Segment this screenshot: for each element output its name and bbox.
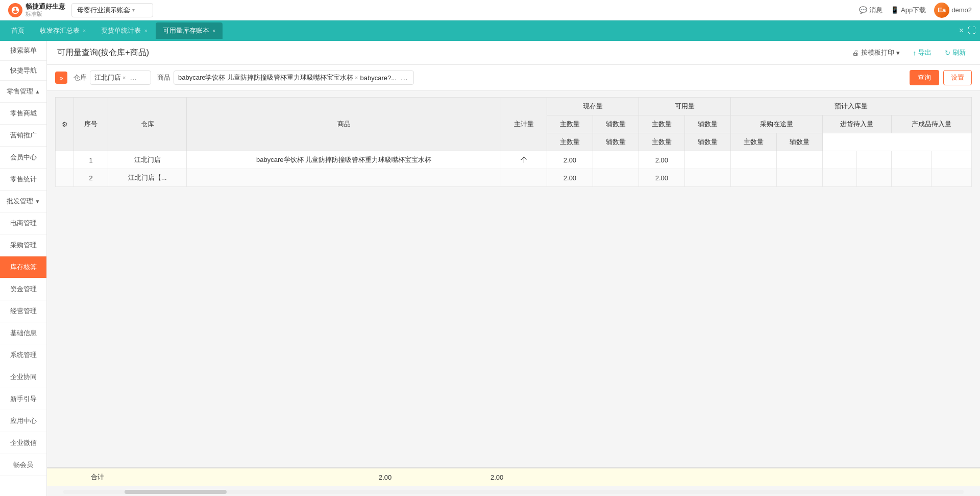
product-more-button[interactable]: ... — [399, 73, 409, 82]
sidebar-item-retail-stats[interactable]: 零售统计 — [0, 169, 46, 191]
tab-receive[interactable]: 收发存汇总表 × — [33, 22, 93, 39]
product-tag-2: babycare?... — [360, 74, 397, 82]
sidebar-item-operations[interactable]: 经营管理 — [0, 300, 46, 322]
tab-actions: × ⛶ — [959, 26, 976, 35]
th-avail-aux: 辅数量 — [684, 115, 730, 133]
th-product: 商品 — [187, 98, 501, 151]
refresh-button[interactable]: ↻ 刷新 — [941, 46, 970, 59]
th-forecast: 预计入库量 — [730, 98, 971, 115]
app-download-button[interactable]: 📱 App下载 — [891, 6, 926, 15]
footer-stock-aux — [413, 468, 469, 486]
sidebar-item-purchase[interactable]: 采购管理 — [0, 234, 46, 256]
print-button[interactable]: 🖨 按模板打印 ▾ — [848, 46, 904, 59]
row-stock-aux — [593, 151, 639, 169]
fullscreen-button[interactable]: ⛶ — [968, 26, 976, 35]
export-button[interactable]: ↑ 导出 — [909, 46, 936, 59]
row-warehouse: 江北门店 — [108, 151, 187, 169]
row-purchase-main-2 — [730, 169, 776, 187]
footer-incoming-aux — [772, 468, 836, 486]
page-title: 可用量查询(按仓库+商品) — [57, 48, 149, 58]
sidebar-nav[interactable]: 快捷导航 — [0, 61, 46, 81]
warehouse-tag-remove[interactable]: × — [122, 75, 126, 81]
sidebar-item-enterprise-collab[interactable]: 企业协同 — [0, 366, 46, 388]
th-settings[interactable]: ⚙ — [56, 98, 74, 151]
row-product-aux — [932, 151, 972, 169]
row-avail-main-2: 2.00 — [639, 169, 684, 187]
row-product-aux-2 — [932, 169, 972, 187]
tab-close-receive[interactable]: × — [83, 28, 86, 34]
message-button[interactable]: 💬 消息 — [859, 6, 883, 15]
row-stock-main-2: 2.00 — [547, 169, 593, 187]
footer-purchase-main — [581, 468, 645, 486]
product-tag-1: babycare学饮杯 儿童防摔防撞吸管杯重力球吸嘴杯宝宝水杯 × — [178, 73, 358, 82]
row-stock-main: 2.00 — [547, 151, 593, 169]
sidebar-item-vip[interactable]: 畅会员 — [0, 454, 46, 476]
row-unit-2 — [501, 169, 547, 187]
filter-expand-button[interactable]: » — [55, 72, 67, 84]
product-filter: 商品 babycare学饮杯 儿童防摔防撞吸管杯重力球吸嘴杯宝宝水杯 × bab… — [157, 70, 414, 85]
product-input[interactable]: babycare学饮杯 儿童防摔防撞吸管杯重力球吸嘴杯宝宝水杯 × babyca… — [174, 70, 414, 85]
scrollbar-thumb[interactable] — [125, 490, 227, 494]
row-warehouse-2: 江北门店【... — [108, 169, 187, 187]
sidebar-item-enterprise-wechat[interactable]: 企业微信 — [0, 432, 46, 454]
footer-purchase-aux — [645, 468, 708, 486]
tab-home[interactable]: 首页 — [4, 22, 32, 39]
footer-stock-main: 2.00 — [357, 468, 413, 486]
row-purchase-main — [730, 151, 776, 169]
arrow-up-icon: ▲ — [35, 89, 40, 95]
horizontal-scrollbar[interactable] — [63, 490, 964, 494]
sidebar-item-ecommerce[interactable]: 电商管理 — [0, 212, 46, 234]
tab-order[interactable]: 要货单统计表 × — [94, 22, 154, 39]
footer-unit-cell — [309, 468, 357, 486]
data-table: ⚙ 序号 仓库 商品 主计量 现存量 可用量 预计入库量 主数量 辅数量 主数量… — [55, 97, 972, 187]
warehouse-more-button[interactable]: ... — [128, 73, 138, 82]
th-unit: 主计量 — [501, 98, 547, 151]
sidebar-item-app-center[interactable]: 应用中心 — [0, 410, 46, 432]
th-stock-main: 主数量 — [547, 115, 593, 133]
sidebar-item-member[interactable]: 会员中心 — [0, 147, 46, 169]
row-num-2: 2 — [74, 169, 108, 187]
footer-num-cell — [65, 468, 86, 486]
tab-inventory[interactable]: 可用量库存账本 × — [156, 22, 223, 39]
sidebar-item-retail-mgmt[interactable]: 零售管理 ▲ — [0, 81, 46, 103]
row-settings-2[interactable] — [56, 169, 74, 187]
warehouse-input[interactable]: 江北门店 × ... — [90, 70, 151, 85]
tab-close-inventory[interactable]: × — [212, 28, 215, 34]
th-num: 序号 — [74, 98, 108, 151]
sidebar-item-marketing[interactable]: 营销推广 — [0, 125, 46, 147]
row-product-main-2 — [891, 169, 932, 187]
tab-close-order[interactable]: × — [144, 28, 147, 34]
sidebar-item-inventory-check[interactable]: 库存核算 — [0, 256, 46, 278]
row-settings[interactable] — [56, 151, 74, 169]
avatar: Ea — [934, 3, 949, 18]
sidebar-search[interactable]: 搜索菜单 — [0, 41, 46, 61]
sidebar-item-finance[interactable]: 资金管理 — [0, 278, 46, 300]
refresh-icon: ↻ — [945, 49, 950, 57]
user-menu[interactable]: Ea demo2 — [934, 3, 972, 18]
logo-area: 畅捷通好生意 标准版 — [8, 3, 65, 17]
page-header-actions: 🖨 按模板打印 ▾ ↑ 导出 ↻ 刷新 — [848, 46, 970, 59]
logo-text: 畅捷通好生意 标准版 — [26, 3, 65, 17]
org-selector[interactable]: 母婴行业演示账套 ▾ — [71, 3, 153, 17]
sidebar: 搜索菜单 快捷导航 零售管理 ▲ 零售商城 营销推广 会员中心 零售统计 批发管… — [0, 41, 47, 496]
query-button[interactable]: 查询 — [910, 70, 939, 85]
close-all-tabs-button[interactable]: × — [959, 26, 964, 35]
th-incoming-main: 主数量 — [639, 133, 684, 151]
sidebar-item-retail-mall[interactable]: 零售商城 — [0, 103, 46, 125]
settings-button[interactable]: 设置 — [943, 70, 972, 85]
sidebar-item-batch-mgmt[interactable]: 批发管理 ▼ — [0, 191, 46, 212]
footer-settings-cell — [47, 468, 65, 486]
warehouse-tag: 江北门店 × — [94, 73, 126, 82]
arrow-down-icon: ▼ — [35, 199, 40, 204]
sidebar-item-new-guide[interactable]: 新手引导 — [0, 388, 46, 410]
sidebar-item-base-info[interactable]: 基础信息 — [0, 322, 46, 344]
warehouse-filter: 仓库 江北门店 × ... — [74, 70, 151, 85]
sidebar-item-system[interactable]: 系统管理 — [0, 344, 46, 366]
footer-product-main — [836, 468, 908, 486]
table-container[interactable]: ⚙ 序号 仓库 商品 主计量 现存量 可用量 预计入库量 主数量 辅数量 主数量… — [47, 91, 980, 467]
bottom-area: 合计 2.00 2.00 — [47, 467, 980, 496]
row-avail-main: 2.00 — [639, 151, 684, 169]
main-layout: 搜索菜单 快捷导航 零售管理 ▲ 零售商城 营销推广 会员中心 零售统计 批发管… — [0, 41, 980, 496]
product-tag-1-remove[interactable]: × — [355, 75, 358, 81]
row-avail-aux — [684, 151, 730, 169]
